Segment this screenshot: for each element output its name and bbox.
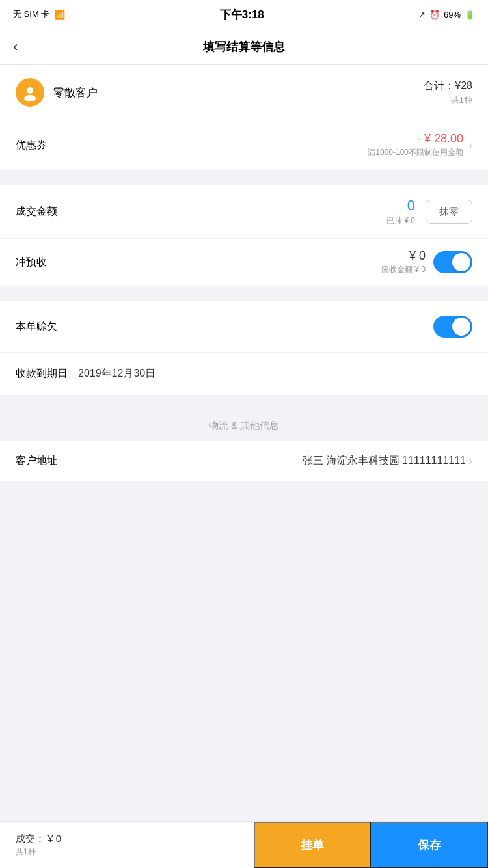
deal-amount-value: 0 xyxy=(407,197,415,214)
save-button[interactable]: 保存 xyxy=(371,822,488,868)
debit-label: 本单赊欠 xyxy=(16,320,57,334)
prepaid-label: 冲预收 xyxy=(16,256,47,269)
status-time: 下午3:18 xyxy=(220,7,264,22)
avatar xyxy=(16,78,44,107)
address-row[interactable]: 客户地址 张三 海淀永丰科技园 11111111111 › xyxy=(0,441,488,481)
customer-name: 零散客户 xyxy=(53,85,98,100)
divider-1 xyxy=(0,178,488,185)
footer: 成交： ¥ 0 共1种 挂单 保存 xyxy=(0,821,488,868)
customer-section: 零散客户 合计：¥28 共1种 优惠券 - ¥ 28.00 满1000-100不… xyxy=(0,65,488,170)
logistics-header: 物流 & 其他信息 xyxy=(0,411,488,441)
footer-deal-amount: 成交： ¥ 0 xyxy=(16,833,238,845)
location-icon: ↗ xyxy=(418,10,426,20)
debit-toggle[interactable] xyxy=(433,316,472,338)
due-date-row: 收款到期日 2019年12月30日 xyxy=(0,352,488,395)
customer-left: 零散客户 xyxy=(16,78,98,107)
prepaid-toggle[interactable] xyxy=(433,251,472,273)
customer-row: 零散客户 合计：¥28 共1种 xyxy=(0,65,488,120)
customer-total: 合计：¥28 xyxy=(424,79,472,93)
coupon-desc: 满1000-100不限制使用金额 xyxy=(368,147,463,158)
hang-button[interactable]: 挂单 xyxy=(254,822,371,868)
prepaid-right: ¥ 0 应收金额 ¥ 0 xyxy=(381,249,472,275)
address-chevron-icon: › xyxy=(468,454,472,468)
coupon-discount: - ¥ 28.00 xyxy=(368,132,463,146)
wifi-icon: 📶 xyxy=(55,10,65,20)
footer-spacer xyxy=(0,489,488,541)
page-title: 填写结算等信息 xyxy=(203,39,285,55)
footer-item-count: 共1种 xyxy=(16,847,238,858)
divider-3 xyxy=(0,403,488,411)
debit-section: 本单赊欠 收款到期日 2019年12月30日 xyxy=(0,301,488,395)
address-value: 张三 海淀永丰科技园 11111111111 xyxy=(303,454,466,468)
chevron-right-icon: › xyxy=(468,139,472,152)
toggle-knob xyxy=(452,253,470,271)
customer-right: 合计：¥28 共1种 xyxy=(424,79,472,106)
divider-2 xyxy=(0,293,488,301)
sim-status: 无 SIM 卡 xyxy=(13,8,49,20)
deal-amount-row: 成交金额 0 已抹 ¥ 0 抹零 xyxy=(0,185,488,239)
debit-row: 本单赊欠 xyxy=(0,301,488,352)
status-bar: 无 SIM 卡 📶 下午3:18 ↗ ⏰ 69% 🔋 xyxy=(0,0,488,29)
battery-icon: 🔋 xyxy=(465,10,475,20)
prepaid-amount: ¥ 0 xyxy=(381,249,426,263)
deal-amount-label: 成交金额 xyxy=(16,205,57,219)
customer-count: 共1种 xyxy=(424,94,472,106)
address-label: 客户地址 xyxy=(16,454,57,468)
address-section: 客户地址 张三 海淀永丰科技园 11111111111 › xyxy=(0,441,488,481)
alarm-icon: ⏰ xyxy=(429,10,440,20)
logistics-label: 物流 & 其他信息 xyxy=(209,420,279,431)
coupon-right: - ¥ 28.00 满1000-100不限制使用金额 › xyxy=(368,132,472,158)
deal-amount-sub: 已抹 ¥ 0 xyxy=(386,215,415,226)
address-right: 张三 海淀永丰科技园 11111111111 › xyxy=(303,454,472,468)
due-date-value: 2019年12月30日 xyxy=(78,367,156,381)
svg-point-0 xyxy=(27,87,33,94)
debit-toggle-knob xyxy=(452,318,470,336)
footer-left: 成交： ¥ 0 共1种 xyxy=(0,833,254,858)
prepaid-sub: 应收金额 ¥ 0 xyxy=(381,264,426,275)
due-date-label: 收款到期日 xyxy=(16,367,68,381)
round-zero-button[interactable]: 抹零 xyxy=(426,200,472,224)
status-left: 无 SIM 卡 📶 xyxy=(13,8,65,20)
battery-level: 69% xyxy=(444,10,461,20)
coupon-label: 优惠券 xyxy=(16,139,47,152)
status-right: ↗ ⏰ 69% 🔋 xyxy=(418,10,475,20)
deal-amount-right: 0 已抹 ¥ 0 抹零 xyxy=(386,197,472,226)
nav-bar: ‹ 填写结算等信息 xyxy=(0,29,488,65)
back-button[interactable]: ‹ xyxy=(13,38,18,55)
coupon-row[interactable]: 优惠券 - ¥ 28.00 满1000-100不限制使用金额 › xyxy=(0,120,488,170)
deal-section: 成交金额 0 已抹 ¥ 0 抹零 冲预收 ¥ 0 应收金额 ¥ 0 xyxy=(0,185,488,286)
svg-point-1 xyxy=(24,95,36,101)
prepaid-row: 冲预收 ¥ 0 应收金额 ¥ 0 xyxy=(0,239,488,286)
